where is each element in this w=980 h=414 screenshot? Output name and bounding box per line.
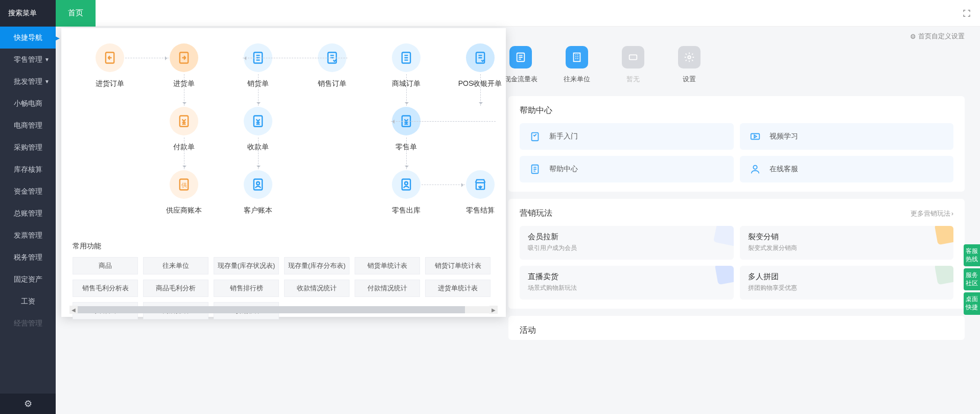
svg-point-3 [688, 56, 691, 59]
common-heading: 常用功能 [73, 242, 495, 251]
float-hotline[interactable]: 客服 热线 [964, 244, 980, 266]
svg-text:供: 供 [181, 182, 186, 188]
promo-member[interactable]: 会员拉新吸引用户成为会员 [520, 226, 734, 260]
gear-icon: ⚙ [910, 33, 916, 40]
horizontal-scrollbar[interactable]: ◀ ▶ [69, 306, 498, 314]
placeholder-icon [622, 46, 644, 68]
scroll-left-icon[interactable]: ◀ [69, 306, 78, 314]
flow-label: 零售出库 [392, 206, 421, 215]
common-fn-button[interactable]: 销售排行榜 [214, 280, 279, 297]
shortcut-label: 暂无 [626, 75, 640, 84]
common-fn-button[interactable]: 销货单统计表 [355, 257, 420, 274]
sidebar-settings[interactable]: ⚙ [0, 394, 56, 414]
flow-node-进货订单[interactable]: 进货订单 [73, 43, 147, 88]
sidebar-label: 经营管理 [14, 319, 42, 328]
video-icon [748, 129, 762, 144]
common-fn-button[interactable]: 付款情况统计 [355, 280, 420, 297]
sidebar-wholesale[interactable]: 批发管理▼ [0, 71, 56, 93]
promo-distribution[interactable]: 裂变分销裂变式发展分销商 [740, 226, 954, 260]
caret-right-icon: ▶ [53, 32, 60, 43]
document-icon [170, 107, 198, 135]
sidebar-search[interactable]: 搜索菜单 [0, 0, 56, 27]
shortcut-settings[interactable]: 设置 [677, 46, 702, 84]
sidebar-salary[interactable]: 工资 [0, 290, 56, 312]
common-fn-button[interactable]: 进货单统计表 [425, 280, 491, 297]
fullscreen-icon [963, 9, 971, 17]
arrow-icon [406, 137, 407, 169]
customize-homepage-link[interactable]: ⚙ 首页自定义设置 [508, 32, 965, 41]
help-center[interactable]: 帮助中心 [520, 156, 734, 182]
promo-title: 会员拉新 [528, 232, 726, 242]
flow-node-零售结算[interactable]: 零售结算 [443, 170, 517, 215]
sidebar-assets[interactable]: 固定资产 [0, 268, 56, 290]
float-buttons: 客服 热线 服务 社区 桌面 快捷 [964, 244, 980, 315]
deco-icon [935, 226, 953, 245]
common-fn-button[interactable]: 销售毛利分析表 [73, 280, 138, 297]
scroll-right-icon[interactable]: ▶ [489, 306, 498, 314]
document-icon [466, 43, 495, 72]
sidebar-label: 固定资产 [14, 275, 42, 284]
flow-label: 客户账本 [244, 206, 272, 215]
sidebar-label: 总账管理 [14, 209, 42, 218]
float-desktop[interactable]: 桌面 快捷 [964, 292, 980, 314]
common-fn-button[interactable]: 现存量(库存分布表) [284, 257, 349, 274]
flow-label: 销售订单 [318, 79, 346, 88]
common-fn-button[interactable]: 往来单位 [143, 257, 208, 274]
scroll-track[interactable] [78, 306, 489, 313]
float-community[interactable]: 服务 社区 [964, 268, 980, 290]
promo-sub: 吸引用户成为会员 [528, 244, 726, 252]
common-fn-button[interactable]: 收款情况统计 [284, 280, 349, 297]
promo-live[interactable]: 直播卖货场景式购物新玩法 [520, 266, 734, 300]
svg-point-20 [256, 182, 260, 185]
caret-down-icon: ▼ [44, 57, 50, 62]
sidebar-tax[interactable]: 税务管理 [0, 246, 56, 268]
document-icon [392, 43, 421, 72]
flow-node-客户账本[interactable]: 客户账本 [221, 170, 295, 215]
help-video[interactable]: 视频学习 [740, 123, 954, 150]
sidebar-purchase[interactable]: 采购管理 [0, 136, 56, 158]
building-icon [566, 46, 588, 68]
document-icon [466, 170, 495, 199]
sidebar-quicknav[interactable]: 快捷导航▶ [0, 27, 56, 49]
common-fn-button[interactable]: 商品毛利分析 [143, 280, 208, 297]
shortcut-empty[interactable]: 暂无 [621, 46, 645, 84]
more-promo-link[interactable]: 更多营销玩法› [911, 209, 953, 218]
svg-rect-4 [532, 133, 539, 141]
fullscreen-button[interactable] [960, 6, 974, 20]
common-fn-button[interactable]: 现存量(库存状况表) [214, 257, 279, 274]
common-fn-button[interactable]: 商品 [73, 257, 138, 274]
tab-home[interactable]: 首页 [56, 0, 96, 27]
sidebar-ecommerce2[interactable]: 电商管理 [0, 114, 56, 136]
svg-rect-1 [574, 53, 580, 62]
help-beginner[interactable]: 新手入门 [520, 123, 734, 150]
arrow-icon [243, 58, 347, 58]
help-support[interactable]: 在线客服 [740, 156, 954, 182]
svg-point-7 [753, 166, 757, 169]
flow-node-零售出库[interactable]: 零售出库 [369, 170, 443, 215]
deco-icon [935, 266, 953, 285]
document-icon: 供 [170, 170, 198, 199]
sidebar-ecommerce1[interactable]: 小畅电商 [0, 93, 56, 114]
sidebar-ledger[interactable]: 总账管理 [0, 202, 56, 224]
scroll-thumb[interactable] [78, 306, 465, 313]
sidebar-operation[interactable]: 经营管理 [0, 312, 56, 334]
common-fn-button[interactable]: 销货订单统计表 [425, 257, 491, 274]
sidebar-funds[interactable]: 资金管理 [0, 180, 56, 202]
sidebar-label: 批发管理 [14, 77, 42, 86]
sidebar-label: 资金管理 [14, 187, 42, 196]
sidebar-label: 库存核算 [14, 165, 42, 174]
arrow-icon [125, 58, 169, 58]
flow-node-供应商账本[interactable]: 供供应商账本 [147, 170, 221, 215]
link-label: 首页自定义设置 [918, 32, 965, 41]
flow-node-销售订单[interactable]: 销售订单 [295, 43, 369, 88]
promo-sub: 拼团购物享受优惠 [748, 284, 946, 292]
promo-groupbuy[interactable]: 多人拼团拼团购物享受优惠 [740, 266, 954, 300]
help-label: 新手入门 [549, 132, 578, 141]
sidebar-retail[interactable]: 零售管理▼ [0, 49, 56, 71]
sidebar-label: 零售管理 [14, 55, 42, 64]
shortcut-contacts[interactable]: 往来单位 [565, 46, 589, 84]
sidebar-invoice[interactable]: 发票管理 [0, 224, 56, 246]
caret-down-icon: ▼ [44, 79, 50, 84]
sidebar-inventory[interactable]: 库存核算 [0, 158, 56, 180]
arrow-icon [480, 74, 481, 106]
